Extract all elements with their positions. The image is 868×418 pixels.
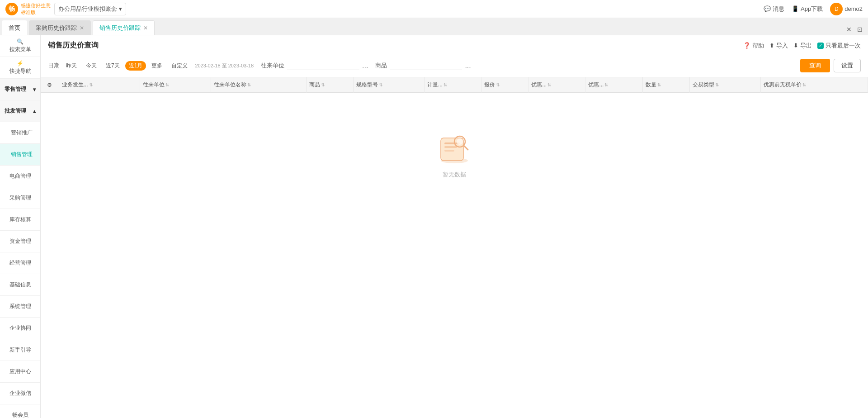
logo-icon: 畅 — [5, 3, 18, 15]
chip-1month[interactable]: 近1月 — [125, 61, 146, 71]
partner-input[interactable] — [287, 61, 359, 70]
export-icon: ⬇ — [793, 42, 798, 49]
close-sales-tab-icon[interactable]: ✕ — [143, 25, 148, 31]
main-layout: 🔍 搜索菜单 ⚡ 快捷导航 零售管理 ▾ 批发管理 ▴ 营销推广 销售管理 电商… — [0, 35, 868, 418]
query-button[interactable]: 查询 — [800, 59, 830, 72]
user-menu[interactable]: D demo2 — [830, 3, 863, 15]
export-button[interactable]: ⬇ 导出 — [793, 42, 812, 50]
th-quantity[interactable]: 数量 ⇅ — [642, 77, 689, 93]
table-area: ⚙ 业务发生... ⇅ 往来单位 ⇅ — [41, 77, 868, 418]
tab-home[interactable]: 首页 — [2, 20, 27, 35]
date-chips: 昨天 今天 近7天 近1月 更多 自定义 — [62, 61, 191, 71]
th-partner-code[interactable]: 往来单位 ⇅ — [140, 77, 211, 93]
th-unit[interactable]: 计量... ⇅ — [424, 77, 481, 93]
th-product[interactable]: 商品 ⇅ — [306, 77, 353, 93]
message-button[interactable]: 💬 消息 — [764, 5, 784, 13]
sidebar: 🔍 搜索菜单 ⚡ 快捷导航 零售管理 ▾ 批发管理 ▴ 营销推广 销售管理 电商… — [0, 35, 41, 418]
settings-button[interactable]: 设置 — [834, 59, 861, 72]
filter-actions: 查询 设置 — [800, 59, 861, 72]
logo-area: 畅 畅捷信好生意 标准版 — [5, 2, 51, 15]
sidebar-item-marketing[interactable]: 营销推广 — [0, 122, 40, 144]
empty-text: 暂无数据 — [443, 171, 466, 179]
sidebar-item-enterprise[interactable]: 企业协同 — [0, 318, 40, 339]
top-bar-right: 💬 消息 📱 App下载 D demo2 — [764, 3, 863, 15]
close-purchase-tab-icon[interactable]: ✕ — [80, 25, 84, 31]
sort-icon: ⇅ — [604, 82, 608, 87]
sidebar-item-wholesale[interactable]: 批发管理 ▴ — [0, 100, 40, 122]
svg-rect-4 — [444, 150, 454, 152]
partner-ellipsis-button[interactable]: ... — [362, 62, 368, 70]
product-filter-group: 商品 ... — [375, 61, 471, 70]
product-label: 商品 — [375, 62, 387, 70]
th-discount2[interactable]: 优惠... ⇅ — [585, 77, 642, 93]
sort-icon: ⇅ — [657, 82, 661, 87]
sidebar-item-guide[interactable]: 新手引导 — [0, 339, 40, 361]
svg-point-7 — [457, 138, 463, 145]
sort-icon: ⇅ — [247, 82, 251, 87]
th-quoted-price[interactable]: 报价 ⇅ — [481, 77, 528, 93]
account-selector[interactable]: 办公用品行业模拟账套 ▾ — [54, 3, 126, 15]
chip-today[interactable]: 今天 — [82, 61, 100, 71]
checkbox-icon: ✓ — [817, 43, 824, 49]
chip-yesterday[interactable]: 昨天 — [62, 61, 80, 71]
only-latest-checkbox[interactable]: ✓ 只看最后一次 — [817, 42, 861, 50]
product-ellipsis-button[interactable]: ... — [465, 62, 471, 70]
sidebar-item-operations[interactable]: 经营管理 — [0, 252, 40, 274]
sort-icon: ⇅ — [547, 82, 551, 87]
th-biz-date[interactable]: 业务发生... ⇅ — [59, 77, 140, 93]
th-partner-name[interactable]: 往来单位名称 ⇅ — [211, 77, 306, 93]
sidebar-item-member[interactable]: 畅会员 — [0, 404, 40, 418]
tab-bar: 首页 采购历史价跟踪 ✕ 销售历史价跟踪 ✕ ✕ ⊡ — [0, 18, 868, 35]
sort-icon: ⇅ — [496, 82, 500, 87]
tab-purchase-history[interactable]: 采购历史价跟踪 ✕ — [29, 20, 91, 35]
sidebar-item-search-menu[interactable]: 🔍 搜索菜单 — [0, 35, 40, 57]
product-input[interactable] — [390, 61, 462, 70]
th-discount1[interactable]: 优惠... ⇅ — [528, 77, 585, 93]
sort-icon: ⇅ — [89, 82, 93, 87]
import-icon: ⬆ — [769, 42, 774, 49]
empty-state: 暂无数据 — [41, 93, 868, 215]
sidebar-item-retail[interactable]: 零售管理 ▾ — [0, 79, 40, 100]
sidebar-item-quick-nav[interactable]: ⚡ 快捷导航 — [0, 57, 40, 79]
chip-custom[interactable]: 自定义 — [168, 61, 191, 71]
tab-home-label: 首页 — [9, 24, 20, 32]
page-header: 销售历史价查询 ❓ 帮助 ⬆ 导入 ⬇ 导出 ✓ 只看最后一次 — [41, 35, 868, 54]
sidebar-item-app-center[interactable]: 应用中心 — [0, 361, 40, 383]
window-controls: ✕ ⊡ — [844, 25, 868, 35]
tab-sales-history[interactable]: 销售历史价跟踪 ✕ — [93, 20, 155, 35]
top-bar: 畅 畅捷信好生意 标准版 办公用品行业模拟账套 ▾ 💬 消息 📱 App下载 D… — [0, 0, 868, 18]
th-trade-type[interactable]: 交易类型 ⇅ — [689, 77, 760, 93]
import-button[interactable]: ⬆ 导入 — [769, 42, 788, 50]
sidebar-item-basic-info[interactable]: 基础信息 — [0, 274, 40, 296]
partner-filter-group: 往来单位 ... — [261, 61, 368, 70]
sidebar-item-finance[interactable]: 资金管理 — [0, 231, 40, 252]
sidebar-item-purchase[interactable]: 采购管理 — [0, 187, 40, 209]
sidebar-item-wechat[interactable]: 企业微信 — [0, 383, 40, 404]
date-label: 日期 — [48, 62, 60, 70]
chip-more[interactable]: 更多 — [148, 61, 166, 71]
sort-icon: ⇅ — [802, 82, 806, 87]
table-header-row: ⚙ 业务发生... ⇅ 往来单位 ⇅ — [41, 77, 868, 93]
sidebar-item-system[interactable]: 系统管理 — [0, 296, 40, 318]
sidebar-item-inventory[interactable]: 库存核算 — [0, 209, 40, 231]
chevron-down-icon: ▾ — [119, 5, 122, 12]
th-spec[interactable]: 规格型号 ⇅ — [353, 77, 424, 93]
page-title: 销售历史价查询 — [48, 41, 99, 50]
chevron-down-icon: ▾ — [33, 86, 36, 93]
help-button[interactable]: ❓ 帮助 — [743, 42, 764, 50]
sort-icon: ⇅ — [379, 82, 382, 87]
date-range-text: 2023-02-18 至 2023-03-18 — [195, 62, 254, 69]
logo-text: 畅捷信好生意 标准版 — [21, 2, 51, 15]
sort-icon: ⇅ — [443, 82, 447, 87]
app-download-button[interactable]: 📱 App下载 — [792, 5, 823, 13]
empty-illustration — [432, 129, 477, 165]
page-actions: ❓ 帮助 ⬆ 导入 ⬇ 导出 ✓ 只看最后一次 — [743, 42, 861, 50]
chip-7days[interactable]: 近7天 — [102, 61, 123, 71]
th-pretax-price[interactable]: 优惠前无税单价 ⇅ — [760, 77, 868, 93]
maximize-window-button[interactable]: ⊡ — [855, 25, 864, 34]
sidebar-item-sales-mgmt[interactable]: 销售管理 — [0, 144, 40, 166]
close-window-button[interactable]: ✕ — [844, 25, 854, 34]
content-area: 销售历史价查询 ❓ 帮助 ⬆ 导入 ⬇ 导出 ✓ 只看最后一次 — [41, 35, 868, 418]
sidebar-item-ecommerce[interactable]: 电商管理 — [0, 166, 40, 187]
th-settings[interactable]: ⚙ — [41, 77, 59, 93]
